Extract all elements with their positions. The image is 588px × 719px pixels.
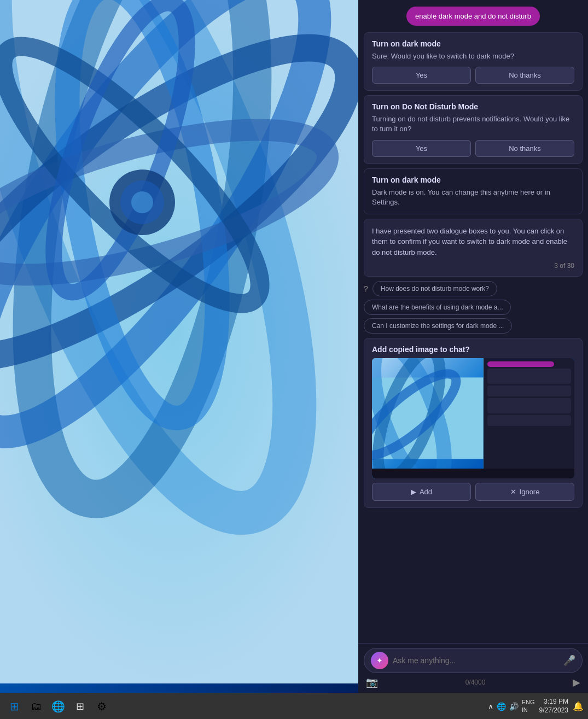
dark-mode-confirm-text: Dark mode is on. You can change this any… xyxy=(372,188,574,207)
preview-bottom-bar xyxy=(372,469,574,478)
dark-mode-card-title: Turn on dark mode xyxy=(372,39,574,48)
suggestion-chip-1[interactable]: How does do not disturb mode work? xyxy=(372,281,497,296)
taskbar-explorer-button[interactable]: 🗂 xyxy=(26,697,46,716)
taskbar-right: ∧ 🌐 🔊 ENG IN 3:19 PM 9/27/2023 🔔 xyxy=(488,698,584,715)
dark-mode-no-button[interactable]: No thanks xyxy=(475,67,574,84)
avatar-icon: ✦ xyxy=(371,652,388,669)
taskbar-apps-button[interactable]: ⊞ xyxy=(70,697,90,716)
suggestion-chip-2[interactable]: What are the benefits of using dark mode… xyxy=(364,300,511,315)
chip-row-1: ? How does do not disturb mode work? xyxy=(364,281,583,296)
preview-thumbnail xyxy=(372,358,574,478)
chat-scroll[interactable]: enable dark mode and do not disturb Turn… xyxy=(358,0,588,643)
dark-mode-card-text: Sure. Would you like to switch to dark m… xyxy=(372,51,574,61)
dnd-yes-button[interactable]: Yes xyxy=(372,140,471,157)
dark-mode-card-buttons: Yes No thanks xyxy=(372,67,574,84)
volume-icon[interactable]: 🔊 xyxy=(509,702,519,711)
taskbar-left: ⊞ 🗂 🌐 ⊞ ⚙ xyxy=(4,697,112,716)
image-preview-card: Add copied image to chat? xyxy=(364,338,583,508)
mini-card-3 xyxy=(487,398,572,413)
message-pagination: 3 of 30 xyxy=(372,262,574,270)
mini-card-2 xyxy=(487,385,572,396)
chevron-up-icon[interactable]: ∧ xyxy=(488,702,493,711)
clock-date: 9/27/2023 xyxy=(539,706,568,715)
chat-input[interactable] xyxy=(393,656,559,665)
input-area: ✦ 🎤 📷 0/4000 ▶ xyxy=(358,643,588,693)
question-icon: ? xyxy=(364,284,368,293)
screenshot-button[interactable]: 📷 xyxy=(366,676,378,688)
taskbar-browser-button[interactable]: 🌐 xyxy=(48,697,68,716)
notification-icon[interactable]: 🔔 xyxy=(573,701,584,711)
input-bottom-row: 📷 0/4000 ▶ xyxy=(364,673,583,688)
image-preview-title: Add copied image to chat? xyxy=(372,345,574,354)
dark-mode-card: Turn on dark mode Sure. Would you like t… xyxy=(364,32,583,91)
clock[interactable]: 3:19 PM 9/27/2023 xyxy=(539,698,568,715)
ai-message-text: I have presented two dialogue boxes to y… xyxy=(372,226,574,258)
suggestion-chip-3[interactable]: Can I customize the settings for dark mo… xyxy=(364,318,512,334)
chat-panel: enable dark mode and do not disturb Turn… xyxy=(358,0,588,693)
mini-card-1 xyxy=(487,369,572,384)
mic-button[interactable]: 🎤 xyxy=(563,654,575,667)
x-icon: ✕ xyxy=(510,488,516,496)
play-icon: ▶ xyxy=(411,488,416,496)
dark-mode-confirm-card: Turn on dark mode Dark mode is on. You c… xyxy=(364,168,583,214)
dnd-card: Turn on Do Not Disturb Mode Turning on d… xyxy=(364,95,583,163)
network-icon[interactable]: 🌐 xyxy=(497,702,506,711)
mini-pill xyxy=(487,361,555,367)
dark-mode-yes-button[interactable]: Yes xyxy=(372,67,471,84)
char-count: 0/4000 xyxy=(465,679,486,686)
suggestion-chips: ? How does do not disturb mode work? Wha… xyxy=(364,281,583,334)
dnd-card-title: Turn on Do Not Disturb Mode xyxy=(372,102,574,111)
add-image-button[interactable]: ▶ Add xyxy=(372,483,471,501)
chip-row-2: What are the benefits of using dark mode… xyxy=(364,300,583,315)
taskbar: ⊞ 🗂 🌐 ⊞ ⚙ ∧ 🌐 🔊 ENG IN 3:19 PM 9/27/2023… xyxy=(0,693,588,719)
dark-mode-confirm-title: Turn on dark mode xyxy=(372,176,574,184)
enable-dark-mode-button[interactable]: enable dark mode and do not disturb xyxy=(406,7,540,26)
dnd-no-button[interactable]: No thanks xyxy=(475,140,574,157)
send-button[interactable]: ▶ xyxy=(573,676,580,688)
dnd-card-text: Turning on do not disturb prevents notif… xyxy=(372,114,574,134)
ai-message: I have presented two dialogue boxes to y… xyxy=(364,219,583,277)
svg-point-11 xyxy=(131,191,153,213)
taskbar-start-button[interactable]: ⊞ xyxy=(4,697,24,716)
tray-icons: ∧ 🌐 🔊 ENG IN xyxy=(488,699,535,713)
wallpaper xyxy=(0,0,358,693)
clock-time: 3:19 PM xyxy=(539,698,568,706)
input-row: ✦ 🎤 xyxy=(364,648,583,673)
taskbar-settings-button[interactable]: ⚙ xyxy=(92,697,112,716)
lang-label[interactable]: ENG IN xyxy=(522,699,535,713)
ignore-image-button[interactable]: ✕ Ignore xyxy=(475,483,574,501)
mini-card-4 xyxy=(487,415,572,426)
image-action-buttons: ▶ Add ✕ Ignore xyxy=(372,483,574,501)
chip-row-3: Can I customize the settings for dark mo… xyxy=(364,318,583,334)
dnd-card-buttons: Yes No thanks xyxy=(372,140,574,157)
thumbnail-chat-side xyxy=(484,358,575,478)
